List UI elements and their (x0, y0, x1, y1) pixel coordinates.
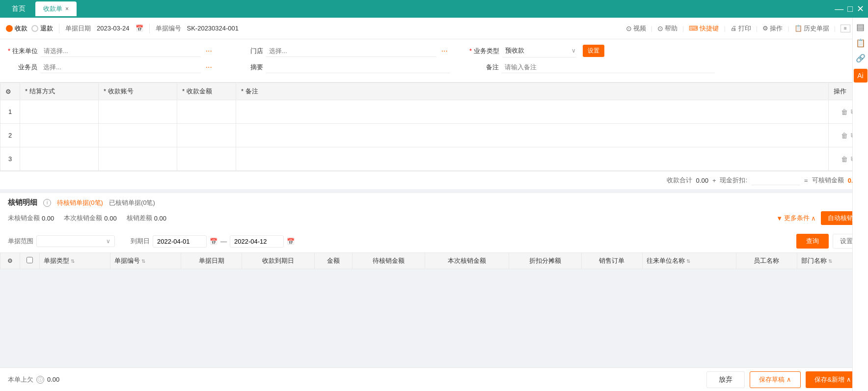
bill-date-value: 2023-03-24 (97, 25, 130, 32)
col-sales-order: 销售订单 (581, 253, 642, 269)
col-amount-header: * 收款金额 (177, 83, 236, 100)
col-checkbox[interactable] (20, 253, 40, 269)
row-settlement-1[interactable] (20, 100, 99, 124)
summary-input[interactable] (266, 61, 450, 73)
row-account-3[interactable] (99, 147, 177, 171)
window-max-icon[interactable]: □ (847, 4, 853, 14)
pending-tab[interactable]: 待核销单据(0笔) (57, 198, 103, 207)
staff-field: 业务员 ··· (8, 61, 214, 73)
store-input[interactable] (266, 45, 436, 57)
tab-active[interactable]: 收款单 × (35, 1, 77, 16)
footer-info-icon[interactable]: ⓘ (36, 376, 44, 384)
recon-search-row: 单据范围 ∨ 到期日 📅 — 📅 查询 设置 (8, 230, 860, 252)
row-account-1[interactable] (99, 100, 177, 124)
help-icon: ⊙ (657, 25, 663, 32)
staff-more-btn[interactable]: ··· (204, 63, 214, 72)
counterpart-more-btn[interactable]: ··· (204, 47, 214, 56)
row-amount-2[interactable] (177, 124, 236, 147)
date-from-input[interactable] (153, 235, 207, 248)
recon-info-icon[interactable]: i (43, 199, 51, 207)
col-settings-header[interactable]: ⚙ (0, 83, 20, 100)
recon-stats: 未核销金额 0.00 本次核销金额 0.00 核销差额 0.00 ▼ 更多条件 … (8, 211, 860, 225)
operation-btn[interactable]: ⚙ 操作 (762, 24, 783, 33)
save-draft-btn[interactable]: 保存草稿 ∧ (750, 371, 801, 388)
row-delete-icon-2[interactable]: 🗑 (841, 132, 848, 140)
date-to-input[interactable] (230, 235, 284, 248)
sidebar-edit-icon[interactable]: Ai (854, 69, 868, 83)
print-btn[interactable]: 🖨 打印 (731, 24, 751, 33)
radio-receive[interactable]: 收款 (6, 24, 27, 33)
row-index-1: 1 (0, 100, 20, 124)
counterpart-label: * 往来单位 (8, 47, 38, 56)
col-pending-recon: 待核销金额 (353, 253, 425, 269)
receipt-table: ⚙ * 结算方式 * 收款账号 * 收款金额 * 备注 操作 (0, 83, 868, 171)
row-remark-2[interactable] (236, 124, 829, 147)
recon-section: 核销明细 i 待核销单据(0笔) 已核销单据(0笔) 未核销金额 0.00 本次… (0, 193, 868, 252)
done-tab[interactable]: 已核销单据(0笔) (109, 198, 155, 207)
window-close-icon[interactable]: ✕ (857, 3, 864, 14)
this-recon-stat: 本次核销金额 0.00 (64, 214, 116, 223)
row-remark-3[interactable] (236, 147, 829, 171)
range-dropdown[interactable]: ∨ (36, 235, 115, 247)
select-all-checkbox[interactable] (27, 257, 33, 263)
toolbar: 收款 退款 单据日期 2023-03-24 📅 单据编号 SK-20230324… (0, 18, 868, 39)
radio-receive-label: 收款 (15, 24, 27, 33)
biz-type-dropdown[interactable]: 预收款 ∨ (502, 44, 576, 57)
history-btn[interactable]: 📋 历史单据 (794, 24, 829, 33)
query-btn[interactable]: 查询 (796, 234, 829, 249)
due-date-field: 到期日 📅 — 📅 (131, 235, 295, 248)
sort-icon-counterpart: ⇅ (686, 258, 690, 264)
row-account-2[interactable] (99, 124, 177, 147)
calendar-from-icon[interactable]: 📅 (210, 238, 217, 245)
layout-list-icon[interactable]: ≡ (841, 25, 850, 32)
shortcut-btn[interactable]: ⌨ 快捷键 (689, 24, 719, 33)
settings-button[interactable]: 设置 (583, 45, 604, 57)
row-delete-icon-3[interactable]: 🗑 (841, 155, 848, 163)
more-conditions-btn[interactable]: ▼ 更多条件 ∧ (776, 214, 816, 223)
col-doc-no: 单据编号⇅ (110, 253, 181, 269)
counterpart-input[interactable] (41, 45, 201, 57)
video-btn[interactable]: ⊙ 视频 (626, 24, 646, 33)
biz-type-label: * 业务类型 (469, 47, 499, 56)
window-min-icon[interactable]: — (835, 4, 843, 14)
sidebar-table-icon[interactable]: ▤ (856, 22, 865, 32)
range-field: 单据范围 ∨ (8, 235, 115, 247)
row-delete-icon-1[interactable]: 🗑 (841, 108, 848, 116)
row-amount-1[interactable] (177, 100, 236, 124)
biz-type-value: 预收款 (502, 44, 570, 57)
form-row-2: 业务员 ··· 摘要 备注 (8, 61, 860, 73)
tab-bar-right: — □ ✕ (835, 3, 864, 14)
sidebar-doc-icon[interactable]: 📋 (856, 38, 866, 48)
remark-input[interactable] (502, 61, 715, 73)
tab-home[interactable]: 首页 (4, 1, 33, 16)
help-btn[interactable]: ⊙ 帮助 (657, 24, 678, 33)
table-row: 3 🗑 ⧉ (0, 147, 868, 171)
abandon-btn[interactable]: 放弃 (706, 371, 745, 388)
diff-value: 0.00 (154, 215, 166, 222)
sidebar-link-icon[interactable]: 🔗 (856, 54, 866, 63)
store-more-btn[interactable]: ··· (439, 47, 450, 56)
discount-input[interactable] (751, 175, 800, 185)
col-counterpart-name: 往来单位名称⇅ (642, 253, 736, 269)
calendar-to-icon[interactable]: 📅 (287, 238, 295, 245)
tab-active-label: 收款单 (43, 4, 62, 13)
calendar-icon[interactable]: 📅 (136, 25, 143, 32)
right-sidebar: ▤ 📋 🔗 Ai (852, 18, 868, 391)
row-settlement-2[interactable] (20, 124, 99, 147)
radio-refund[interactable]: 退款 (31, 24, 53, 33)
row-amount-3[interactable] (177, 147, 236, 171)
col-settings-bottom[interactable]: ⚙ (0, 253, 20, 269)
recon-title: 核销明细 (8, 198, 37, 207)
save-draft-arrow: ∧ (787, 376, 791, 383)
row-settlement-3[interactable] (20, 147, 99, 171)
row-remark-1[interactable] (236, 100, 829, 124)
print-icon: 🖨 (731, 25, 737, 32)
net-label: 可核销金额 (812, 176, 844, 185)
chevron-up-icon: ∧ (811, 215, 816, 222)
more-conditions-label: 更多条件 (784, 214, 810, 223)
remark-field: 备注 (469, 61, 715, 73)
staff-input[interactable] (40, 61, 201, 73)
due-date-label: 到期日 (131, 237, 150, 246)
tab-close-icon[interactable]: × (65, 5, 69, 12)
help-label: 帮助 (665, 24, 678, 33)
